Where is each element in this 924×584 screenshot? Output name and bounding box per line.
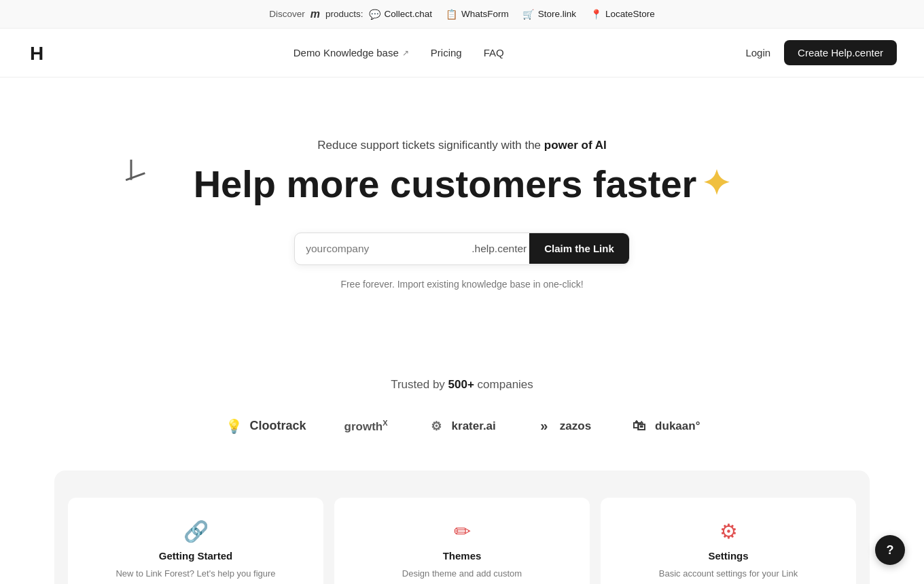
krater-label: krater.ai — [452, 419, 496, 433]
logo-clootrack: 💡 Clootrack — [224, 416, 306, 436]
zazos-icon: » — [534, 416, 554, 436]
store-link-icon: 🛒 — [522, 8, 535, 20]
zazos-label: zazos — [560, 419, 591, 433]
themes-title: Themes — [353, 550, 571, 562]
hero-note: Free forever. Import existing knowledge … — [27, 279, 897, 290]
claim-input-wrap: .help.center Claim the Link — [294, 233, 630, 265]
product-whatsform[interactable]: 📋 WhatsForm — [446, 8, 509, 20]
whatsform-label: WhatsForm — [461, 9, 509, 19]
logo-icon: H — [27, 41, 52, 65]
nav-demo-kb[interactable]: Demo Knowledge base ↗ — [294, 47, 409, 58]
logo-dukaan: 🛍 dukaan° — [629, 416, 700, 436]
logos-row: 💡 Clootrack growthX ⚙ krater.ai » zazos … — [27, 416, 897, 436]
trusted-section: Trusted by 500+ companies 💡 Clootrack gr… — [0, 371, 924, 470]
svg-text:H: H — [30, 43, 43, 64]
nav-pricing[interactable]: Pricing — [431, 47, 462, 58]
getting-started-title: Getting Started — [87, 550, 304, 562]
hero-subtitle-text: Reduce support tickets significantly wit… — [317, 139, 541, 152]
themes-icon: ✏ — [353, 519, 571, 543]
settings-icon: ⚙ — [620, 519, 837, 543]
external-link-icon: ↗ — [402, 48, 409, 58]
faq-label: FAQ — [484, 47, 504, 58]
products-suffix: products: — [325, 9, 363, 19]
hero-section: Reduce support tickets significantly wit… — [0, 78, 924, 371]
preview-card-settings: ⚙ Settings Basic account settings for yo… — [601, 498, 856, 584]
krater-icon: ⚙ — [426, 416, 446, 436]
nav-faq[interactable]: FAQ — [484, 47, 504, 58]
trusted-title: Trusted by 500+ companies — [27, 378, 897, 392]
claim-row: .help.center Claim the Link — [27, 233, 897, 265]
clootrack-icon: 💡 — [224, 416, 245, 436]
locate-store-icon: 📍 — [590, 8, 602, 20]
nav-right: Login Create Help.center — [745, 40, 897, 65]
store-link-label: Store.link — [538, 9, 576, 19]
site-logo[interactable]: H — [27, 41, 52, 65]
trusted-prefix: Trusted by — [391, 378, 445, 391]
preview-card-getting-started: 🔗 Getting Started New to Link Forest? Le… — [68, 498, 323, 584]
product-collect-chat[interactable]: 💬 Collect.chat — [368, 8, 432, 20]
top-bar-products: 💬 Collect.chat 📋 WhatsForm 🛒 Store.link … — [368, 8, 654, 20]
dukaan-label: dukaan° — [655, 419, 700, 433]
dukaan-icon: 🛍 — [629, 416, 650, 436]
bold-m-icon: m — [310, 8, 320, 20]
hero-title: Help more customers faster ✦ — [27, 163, 897, 205]
claim-link-button[interactable]: Claim the Link — [529, 233, 629, 264]
growthx-label: growthX — [344, 419, 388, 434]
logo-krater: ⚙ krater.ai — [426, 416, 496, 436]
pricing-label: Pricing — [431, 47, 462, 58]
getting-started-icon: 🔗 — [87, 519, 304, 543]
logo-zazos: » zazos — [534, 416, 591, 436]
product-store-link[interactable]: 🛒 Store.link — [522, 8, 576, 20]
preview-card-themes: ✏ Themes Design theme and add custom — [334, 498, 590, 584]
nav-center-links: Demo Knowledge base ↗ Pricing FAQ — [294, 47, 504, 58]
hero-title-text: Help more customers faster — [194, 163, 697, 205]
preview-section: 🔗 Getting Started New to Link Forest? Le… — [54, 470, 870, 584]
login-link[interactable]: Login — [745, 47, 770, 58]
clootrack-label: Clootrack — [250, 419, 306, 433]
collect-chat-label: Collect.chat — [384, 9, 432, 19]
settings-desc: Basic account settings for your Link — [620, 567, 837, 581]
discover-label: Discover — [269, 9, 305, 19]
trusted-suffix: companies — [478, 378, 533, 391]
sparkle-icon: ✦ — [702, 165, 730, 203]
main-nav: H Demo Knowledge base ↗ Pricing FAQ Logi… — [0, 29, 924, 78]
top-bar: Discover m products: 💬 Collect.chat 📋 Wh… — [0, 0, 924, 29]
product-locate-store[interactable]: 📍 LocateStore — [590, 8, 655, 20]
settings-title: Settings — [620, 550, 837, 562]
collect-chat-icon: 💬 — [368, 8, 380, 20]
hero-subtitle-bold: power of AI — [544, 139, 607, 152]
create-helpcenter-button[interactable]: Create Help.center — [784, 40, 897, 65]
hero-subtitle: Reduce support tickets significantly wit… — [27, 139, 897, 152]
domain-suffix: .help.center — [472, 243, 529, 255]
company-input[interactable] — [295, 233, 472, 264]
trusted-count: 500+ — [448, 378, 474, 391]
demo-kb-label: Demo Knowledge base — [294, 47, 399, 58]
logo-growthx: growthX — [344, 419, 388, 434]
locate-store-label: LocateStore — [605, 9, 655, 19]
whatsform-icon: 📋 — [446, 8, 458, 20]
help-button[interactable]: ? — [875, 535, 905, 565]
getting-started-desc: New to Link Forest? Let's help you figur… — [87, 567, 304, 581]
themes-desc: Design theme and add custom — [353, 567, 571, 581]
